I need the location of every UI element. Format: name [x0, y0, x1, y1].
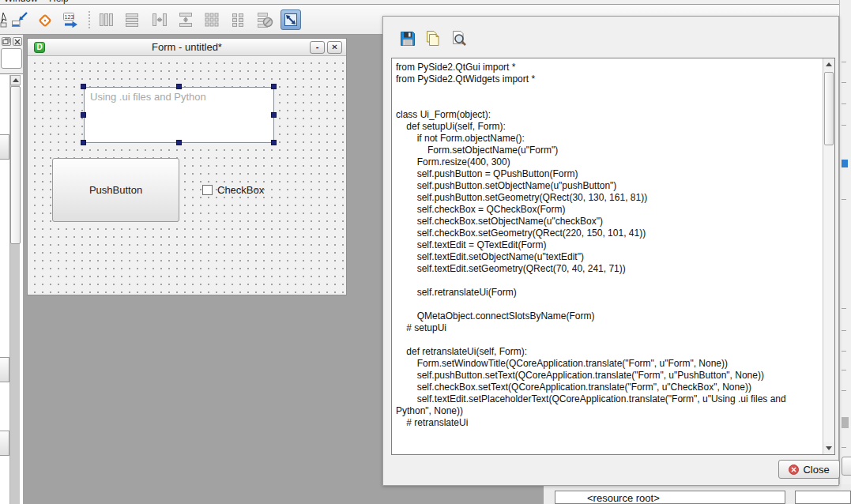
save-icon [399, 30, 416, 47]
checkbox-indicator[interactable] [202, 185, 213, 195]
triangle-down-icon [826, 446, 832, 450]
form-window-title: Form - untitled* [28, 41, 346, 53]
triangle-up-icon [826, 62, 832, 66]
textedit-widget[interactable]: Using .ui files and Python [84, 87, 274, 143]
copy-icon [424, 30, 442, 47]
scroll-up-button[interactable] [823, 58, 834, 70]
copy-button[interactable] [424, 29, 442, 48]
edit-buddies-button[interactable] [35, 9, 55, 30]
close-button-label: Close [803, 464, 829, 476]
close-icon [14, 39, 21, 45]
menu-help[interactable]: Help [49, 0, 69, 4]
resource-browser-window: <resource root> [544, 484, 851, 504]
dock-float-button[interactable] [2, 37, 11, 46]
selection-handle-sw[interactable] [81, 140, 86, 145]
code-preview-dialog: from PySide2.QtGui import * from PySide2… [382, 16, 839, 486]
float-icon [2, 38, 10, 45]
layout-horizontally-splitter-icon [151, 11, 168, 28]
edit-tab-order-icon: 123 [62, 11, 79, 28]
selection-handle-nw[interactable] [81, 84, 86, 89]
toolbar-handle[interactable] [88, 11, 92, 28]
find-button[interactable] [450, 29, 469, 48]
layout-vertically-splitter-icon [177, 11, 194, 28]
form-minimize-button[interactable]: - [310, 41, 325, 54]
menu-window[interactable]: Window [4, 0, 38, 4]
adjust-size-button[interactable] [281, 9, 301, 30]
edit-signals-slots-button[interactable] [9, 9, 30, 30]
edit-widgets-button[interactable] [0, 9, 9, 30]
widget-category-row[interactable] [0, 357, 9, 382]
selection-handle-w[interactable] [81, 112, 86, 118]
layout-grid-button[interactable] [201, 9, 222, 30]
selected-property-mark [842, 160, 848, 167]
scrollbar-thumb[interactable] [824, 72, 834, 145]
layout-horizontally-button[interactable] [96, 9, 116, 30]
layout-vertically-splitter-button[interactable] [175, 9, 196, 30]
break-layout-icon [256, 11, 273, 28]
close-circle-icon [789, 465, 799, 475]
close-dialog-button[interactable]: Close [778, 460, 840, 479]
save-button[interactable] [398, 29, 417, 48]
pushbutton-widget[interactable]: PushButton [52, 158, 179, 222]
form-designer-window: D Form - untitled* - ✕ Using .ui files a… [27, 38, 347, 295]
code-scrollbar[interactable] [823, 58, 834, 454]
scroll-down-button[interactable] [823, 442, 834, 454]
break-layout-button[interactable] [254, 9, 275, 30]
widget-box-list [0, 73, 23, 504]
layout-form-button[interactable] [228, 9, 248, 30]
selection-handle-e[interactable] [271, 112, 277, 118]
widget-box-scrollbar[interactable] [9, 75, 20, 504]
triangle-up-icon [13, 78, 19, 82]
form-window-titlebar[interactable]: D Form - untitled* - ✕ [28, 39, 346, 56]
find-icon [450, 30, 468, 47]
layout-vertically-button[interactable] [122, 9, 142, 30]
widget-box-panel [0, 35, 23, 504]
checkbox-widget[interactable]: CheckBox [202, 174, 282, 206]
scrollbar-thumb[interactable] [10, 86, 21, 244]
form-canvas[interactable]: Using .ui files and Python PushButton Ch… [28, 56, 346, 295]
layout-vertically-icon [123, 11, 141, 28]
edit-tab-order-button[interactable]: 123 [60, 9, 81, 30]
widget-filter-input[interactable] [1, 48, 22, 69]
svg-text:123: 123 [65, 14, 74, 20]
layout-horizontally-icon [97, 11, 115, 28]
textedit-placeholder: Using .ui files and Python [90, 91, 206, 103]
partial-button[interactable] [842, 457, 851, 476]
selection-handle-ne[interactable] [271, 84, 277, 89]
widget-category-row[interactable] [0, 134, 9, 160]
selection-handle-n[interactable] [176, 84, 182, 89]
edit-widgets-icon [0, 11, 8, 28]
layout-horizontally-splitter-button[interactable] [149, 9, 170, 30]
resource-file-panel[interactable] [795, 491, 851, 504]
scroll-up-button[interactable] [10, 75, 21, 85]
layout-grid-icon [203, 11, 220, 28]
checkbox-label: CheckBox [217, 184, 264, 196]
selection-handle-se[interactable] [271, 140, 277, 145]
edit-buddies-icon [36, 11, 54, 28]
layout-form-icon [229, 11, 247, 28]
pushbutton-label: PushButton [89, 184, 142, 196]
widget-category-row[interactable] [0, 431, 9, 456]
resource-tree-panel[interactable]: <resource root> [555, 491, 785, 504]
code-text-area[interactable]: from PySide2.QtGui import * from PySide2… [391, 58, 835, 455]
adjust-size-icon [282, 11, 299, 28]
dock-close-button[interactable] [13, 37, 22, 46]
edit-signals-slots-icon [11, 11, 28, 28]
resource-root-label: <resource root> [555, 491, 785, 504]
generated-python-code: from PySide2.QtGui import * from PySide2… [396, 62, 797, 429]
selection-handle-s[interactable] [176, 140, 182, 145]
qt-designer-screen: Window Help 1 [0, 0, 851, 504]
property-editor-edge [839, 0, 851, 504]
form-close-button[interactable]: ✕ [327, 41, 342, 54]
